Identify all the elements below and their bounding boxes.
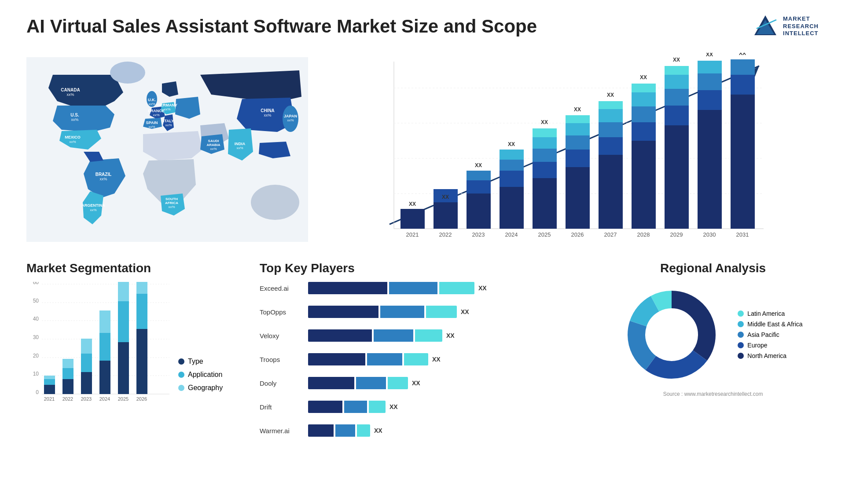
page-header: AI Virtual Sales Assistant Software Mark… [26, 13, 819, 40]
logo-icon [752, 13, 779, 40]
australia-shape [251, 185, 299, 220]
svg-text:xx%: xx% [168, 205, 175, 209]
svg-rect-58 [500, 160, 524, 171]
svg-rect-76 [599, 155, 623, 229]
legend-latin-america: Latin America [738, 310, 802, 317]
top-row: CANADA xx% U.S. xx% MEXICO xx% BRAZIL xx… [26, 48, 819, 252]
svg-rect-90 [665, 125, 689, 229]
svg-rect-65 [533, 137, 557, 149]
svg-text:xx%: xx% [264, 113, 271, 117]
application-label: Application [188, 371, 222, 379]
world-map-svg: CANADA xx% U.S. xx% MEXICO xx% BRAZIL xx… [26, 48, 308, 251]
svg-rect-104 [731, 75, 755, 95]
svg-text:0: 0 [36, 389, 39, 395]
legend-north-america: North America [738, 352, 802, 359]
svg-text:2028: 2028 [637, 231, 650, 238]
svg-rect-130 [81, 372, 92, 394]
svg-rect-98 [698, 90, 722, 110]
svg-text:xx%: xx% [287, 118, 294, 122]
svg-text:2023: 2023 [472, 231, 485, 238]
svg-text:XX: XX [574, 106, 581, 113]
segmentation-chart: 0 10 20 30 40 50 60 [26, 282, 172, 405]
svg-rect-91 [665, 106, 689, 125]
svg-text:xx%: xx% [165, 123, 172, 127]
svg-rect-53 [467, 171, 491, 180]
source-text: Source : www.marketresearchintellect.com [663, 391, 763, 397]
svg-text:XX: XX [508, 141, 515, 147]
svg-text:xx%: xx% [66, 92, 74, 97]
svg-rect-57 [500, 171, 524, 187]
svg-rect-78 [599, 122, 623, 137]
donut-chart [623, 286, 720, 383]
segmentation-title: Market Segmentation [26, 261, 238, 275]
segmentation-section: Market Segmentation 0 10 20 30 40 50 60 [26, 261, 238, 442]
svg-rect-62 [533, 178, 557, 229]
svg-rect-132 [81, 339, 92, 354]
svg-rect-124 [44, 376, 55, 379]
bar-chart-svg: XX 2021 XX 2022 XX 2023 XX 2024 [330, 53, 810, 246]
svg-rect-123 [44, 379, 55, 385]
svg-rect-142 [136, 329, 147, 394]
europe-label: Europe [747, 342, 767, 349]
svg-text:2027: 2027 [604, 231, 617, 238]
svg-text:INDIA: INDIA [235, 142, 246, 146]
svg-text:ARABIA: ARABIA [206, 143, 220, 147]
svg-text:20: 20 [33, 353, 39, 359]
svg-text:XX: XX [673, 57, 680, 63]
svg-text:XX: XX [442, 194, 449, 200]
easterneurope-shape [175, 97, 200, 119]
svg-text:GERMANY: GERMANY [157, 103, 177, 107]
svg-rect-136 [99, 310, 110, 333]
svg-text:2031: 2031 [736, 231, 749, 238]
player-veloxy: Veloxy XX [260, 329, 585, 342]
svg-text:XX: XX [640, 74, 647, 80]
svg-text:XX: XX [706, 53, 713, 58]
segmentation-legend: Type Application Geography [178, 358, 223, 392]
svg-rect-144 [136, 282, 147, 294]
svg-rect-103 [731, 95, 755, 229]
svg-text:AFRICA: AFRICA [165, 201, 178, 205]
svg-rect-105 [731, 59, 755, 75]
svg-rect-94 [665, 66, 689, 75]
usa-shape [53, 106, 114, 132]
svg-text:xx%: xx% [164, 107, 170, 111]
svg-text:2025: 2025 [118, 396, 129, 402]
svg-text:SOUTH: SOUTH [165, 197, 178, 201]
svg-rect-143 [136, 294, 147, 329]
svg-text:2021: 2021 [406, 231, 419, 238]
svg-text:50: 50 [33, 298, 39, 304]
application-dot [178, 372, 184, 378]
svg-rect-140 [118, 282, 129, 301]
svg-text:xx%: xx% [153, 113, 159, 117]
svg-rect-100 [698, 61, 722, 73]
svg-rect-97 [698, 110, 722, 229]
svg-rect-73 [566, 115, 590, 123]
svg-text:2029: 2029 [670, 231, 683, 238]
bottom-row: Market Segmentation 0 10 20 30 40 50 60 [26, 261, 819, 442]
svg-rect-128 [62, 359, 73, 368]
svg-text:ITALY: ITALY [163, 119, 174, 123]
legend-application: Application [178, 371, 223, 379]
svg-text:2022: 2022 [62, 396, 73, 402]
svg-rect-135 [99, 333, 110, 361]
players-list: Exceed.ai XX TopOpps XX [260, 282, 585, 442]
svg-rect-131 [81, 354, 92, 372]
legend-asia-pacific: Asia Pacific [738, 331, 802, 338]
svg-text:BRAZIL: BRAZIL [96, 172, 112, 177]
svg-text:xx%: xx% [99, 177, 107, 181]
svg-rect-92 [665, 89, 689, 106]
svg-text:2025: 2025 [538, 231, 551, 238]
svg-text:U.S.: U.S. [70, 113, 79, 117]
player-troops: Troops XX [260, 353, 585, 365]
svg-rect-93 [665, 75, 689, 89]
svg-text:40: 40 [33, 316, 39, 322]
growth-chart-section: XX 2021 XX 2022 XX 2023 XX 2024 [321, 48, 819, 252]
svg-rect-79 [599, 109, 623, 122]
middle-east-label: Middle East & Africa [747, 321, 802, 328]
svg-rect-138 [118, 342, 129, 394]
svg-text:2021: 2021 [44, 396, 55, 402]
svg-text:XX: XX [607, 92, 614, 98]
page-title: AI Virtual Sales Assistant Software Mark… [26, 16, 537, 37]
svg-text:2024: 2024 [505, 231, 518, 238]
svg-rect-71 [566, 135, 590, 150]
